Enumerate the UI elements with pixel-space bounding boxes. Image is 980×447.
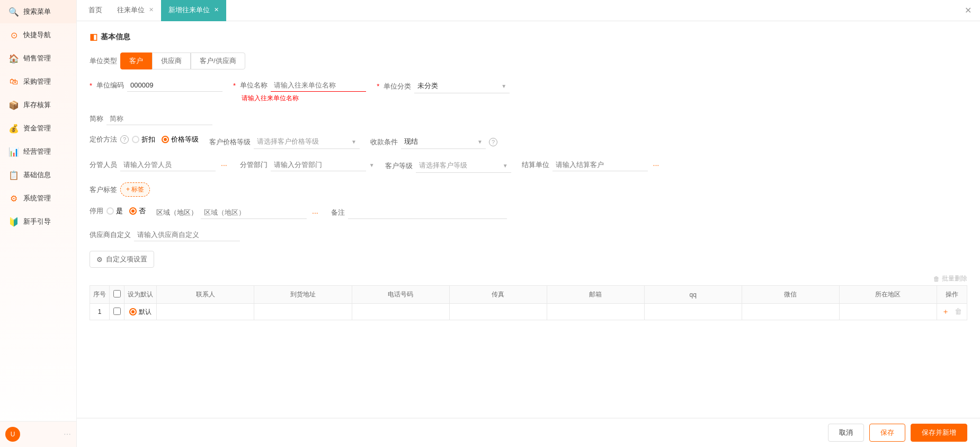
region-table-input[interactable]	[843, 308, 933, 316]
col-address: 到货地址	[254, 286, 352, 304]
name-error-msg: 请输入往来单位名称	[242, 94, 299, 103]
cell-checkbox	[110, 304, 124, 320]
manager-input[interactable]	[120, 159, 216, 171]
pricing-row: 定价方法 ? 折扣 价格等级 客户价格等级 请选择客户价格等级	[90, 135, 967, 149]
section-icon: ◧	[90, 32, 97, 42]
section-title: ◧ 基本信息	[90, 32, 967, 42]
delete-row-btn[interactable]: 🗑	[955, 307, 962, 315]
footer: 取消 保存 保存并新增	[77, 418, 980, 447]
close-all-tabs[interactable]: ✕	[960, 3, 976, 17]
email-input[interactable]	[550, 308, 641, 316]
payment-chevron: ▼	[477, 139, 483, 145]
category-label: 单位分类	[384, 82, 411, 91]
category-select[interactable]: 未分类 ▼	[414, 79, 510, 93]
customer-price-chevron: ▼	[351, 139, 357, 145]
address-input[interactable]	[257, 308, 348, 316]
payment-help-icon[interactable]: ?	[489, 138, 497, 146]
disabled-group: 停用 是 否	[90, 206, 146, 216]
customer-level-select[interactable]: 请选择客户等级 ▼	[416, 159, 511, 173]
pricing-discount-option[interactable]: 折扣	[132, 135, 155, 144]
save-add-button[interactable]: 保存并新增	[911, 424, 967, 442]
unit-btn-supplier[interactable]: 供应商	[152, 52, 191, 69]
select-all-checkbox[interactable]	[113, 290, 121, 297]
add-row-btn[interactable]: ＋	[942, 307, 949, 315]
unit-btn-both[interactable]: 客户/供应商	[191, 52, 245, 69]
region-input[interactable]	[201, 206, 307, 219]
purchase-icon: 🛍	[8, 76, 19, 87]
remark-label: 备注	[331, 208, 345, 217]
sidebar-item-finance[interactable]: 💰 资金管理	[0, 117, 76, 140]
tags-label: 客户标签	[90, 185, 117, 195]
code-name-category-row: * 单位编码 * 单位名称 请输入往来单位名称 * 单位分类 未分类 ▼	[90, 79, 967, 103]
name-input[interactable]	[271, 79, 366, 92]
tab-new-partner[interactable]: 新增往来单位 ✕	[161, 0, 226, 21]
disabled-no-option[interactable]: 否	[129, 206, 146, 216]
disabled-no-radio[interactable]	[129, 207, 137, 215]
tab-partners[interactable]: 往来单位 ✕	[110, 0, 161, 21]
content-area: ◧ 基本信息 单位类型 客户 供应商 客户/供应商 * 单位编码	[77, 21, 980, 418]
sidebar-item-search[interactable]: 🔍 搜索菜单	[0, 0, 76, 23]
basic-icon: 📋	[8, 170, 19, 180]
phone-input[interactable]	[355, 308, 446, 316]
custom-settings-button[interactable]: ⚙ 自定义项设置	[90, 251, 154, 268]
save-button[interactable]: 保存	[869, 424, 905, 442]
sidebar-expand-icon[interactable]: ⋯	[64, 430, 71, 439]
cancel-button[interactable]: 取消	[828, 424, 864, 442]
add-tag-button[interactable]: + 标签	[120, 182, 150, 197]
settlement-more-btn[interactable]: ···	[651, 161, 662, 169]
contact-input[interactable]	[160, 308, 251, 316]
shortname-group: 简称	[90, 112, 212, 125]
disabled-yes-option[interactable]: 是	[106, 206, 123, 216]
sidebar-item-purchase[interactable]: 🛍 采购管理	[0, 70, 76, 93]
shortname-row: 简称	[90, 112, 967, 125]
fax-input[interactable]	[453, 308, 544, 316]
cell-phone	[352, 304, 449, 320]
sidebar-item-quicknav[interactable]: ⊙ 快捷导航	[0, 23, 76, 47]
code-input[interactable]	[127, 79, 222, 92]
close-partners-tab[interactable]: ✕	[149, 6, 154, 13]
sidebar-item-system[interactable]: ⚙ 系统管理	[0, 187, 76, 210]
disabled-row: 停用 是 否 区域（地区） ··· 备注	[90, 206, 967, 219]
dept-input[interactable]	[271, 159, 366, 171]
sidebar-item-basic[interactable]: 📋 基础信息	[0, 163, 76, 187]
settlement-input[interactable]	[553, 159, 648, 171]
qq-input[interactable]	[648, 308, 738, 316]
tab-home[interactable]: 首页	[81, 0, 110, 21]
manager-more-btn[interactable]: ···	[219, 161, 229, 169]
shortname-input[interactable]	[106, 112, 212, 125]
cell-address	[254, 304, 352, 320]
tags-row: 客户标签 + 标签	[90, 182, 967, 197]
pricing-discount-radio[interactable]	[132, 136, 139, 143]
sidebar-item-sales[interactable]: 🏠 销售管理	[0, 47, 76, 70]
sidebar-item-guide[interactable]: 🔰 新手引导	[0, 210, 76, 233]
pricing-help-icon[interactable]: ?	[120, 135, 129, 144]
batch-delete-area: 🗑 批量删除	[90, 274, 967, 283]
unit-type-label: 单位类型	[90, 56, 117, 66]
main-area: 首页 往来单位 ✕ 新增往来单位 ✕ ✕ ◧ 基本信息 单位类型 客户 供应商 …	[77, 0, 980, 447]
cell-wechat	[742, 304, 839, 320]
supplier-custom-group: 供应商自定义	[90, 229, 240, 241]
pricing-level-radio[interactable]	[162, 136, 169, 143]
dept-group: 分管部门 ▼	[240, 159, 375, 171]
remark-input[interactable]	[348, 206, 507, 219]
cell-region	[839, 304, 937, 320]
finance-icon: 💰	[8, 123, 19, 134]
supplier-custom-input[interactable]	[134, 229, 240, 241]
sales-icon: 🏠	[8, 53, 19, 64]
customer-price-select[interactable]: 请选择客户价格等级 ▼	[254, 135, 360, 149]
customer-price-group: 客户价格等级 请选择客户价格等级 ▼	[209, 135, 360, 149]
wechat-input[interactable]	[745, 308, 836, 316]
contact-table: 序号 设为默认 联系人 到货地址 电话号码 传真 邮箱 qq 微信 所在地区 操…	[90, 285, 967, 320]
row-checkbox[interactable]	[113, 308, 121, 315]
payment-select[interactable]: 现结 ▼	[401, 135, 486, 149]
sidebar-item-operations[interactable]: 📊 经营管理	[0, 140, 76, 163]
code-label: 单位编码	[96, 81, 124, 90]
region-more-btn[interactable]: ···	[310, 208, 320, 217]
pricing-level-option[interactable]: 价格等级	[162, 135, 199, 144]
sidebar-item-inventory[interactable]: 📦 库存核算	[0, 93, 76, 117]
unit-btn-customer[interactable]: 客户	[120, 52, 152, 69]
customer-level-group: 客户等级 请选择客户等级 ▼	[385, 159, 511, 173]
close-new-partner-tab[interactable]: ✕	[214, 6, 219, 13]
disabled-yes-radio[interactable]	[106, 207, 114, 215]
default-radio[interactable]	[129, 308, 137, 315]
